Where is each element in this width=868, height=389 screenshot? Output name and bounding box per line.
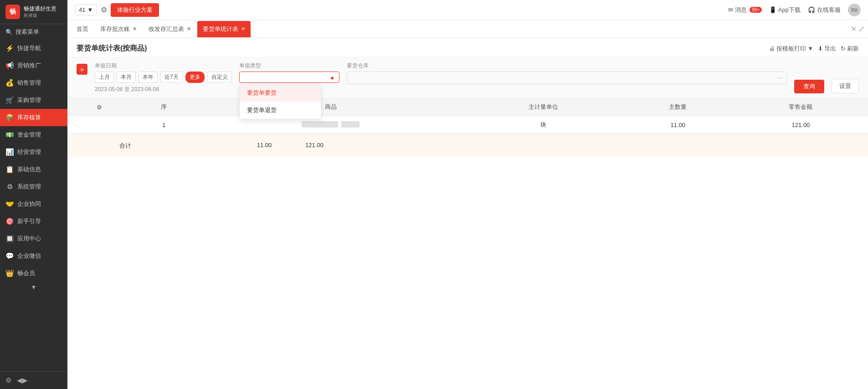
sidebar-item-enterprise[interactable]: 🤝企业协同 (0, 195, 67, 213)
nav-label-enterprise: 企业协同 (17, 200, 41, 208)
avatar[interactable]: Rit (848, 4, 861, 16)
trial-button[interactable]: 体验行业方案 (111, 3, 159, 17)
logo-text: 畅捷通好生意 (24, 5, 56, 13)
sidebar-item-finance[interactable]: 💵资金管理 (0, 126, 67, 143)
app-download-btn[interactable]: 📱 App下载 (769, 6, 801, 14)
sidebar-item-quick-nav[interactable]: ⚡快捷导航 (0, 40, 67, 57)
warehouse-more[interactable]: ··· (777, 74, 783, 82)
nav-label-guide: 新手引导 (17, 217, 41, 225)
row-unit-0: 块 (465, 116, 622, 134)
export-btn[interactable]: ⬇ 导出 (818, 45, 836, 53)
close-all-tabs[interactable]: ✕ ⤢ (851, 25, 864, 33)
btn-more[interactable]: 更多 (185, 72, 205, 83)
main-area: 41 ▼ ⚙ 体验行业方案 ✉ 消息 99+ 📱 App下载 🎧 在线客服 Ri… (67, 0, 868, 389)
query-btn[interactable]: 查询 (794, 80, 824, 93)
footer-label: 合计 (114, 140, 196, 152)
logo-subtext: 标准版 (24, 12, 56, 19)
warehouse-input[interactable]: ··· (347, 72, 787, 84)
filter-type-group: 单据类型 ▲ 要货单要货要货单退货 (239, 62, 339, 83)
sidebar-item-system[interactable]: ⚙系统管理 (0, 178, 67, 195)
topbar-right: ✉ 消息 99+ 📱 App下载 🎧 在线客服 Rit (728, 4, 861, 16)
service-label: 在线客服 (817, 6, 841, 14)
sidebar-logo: 畅 畅捷通好生意 标准版 (0, 0, 67, 24)
sidebar: 畅 畅捷通好生意 标准版 🔍 搜索菜单 ⚡快捷导航📢营销推广💰销售管理🛒采购管理… (0, 0, 67, 389)
tab-label-home: 首页 (77, 25, 88, 33)
tab-label-batch: 库存批次账 (100, 25, 130, 33)
tab-home[interactable]: 首页 (71, 21, 94, 37)
nav-label-operations: 经营管理 (17, 148, 41, 156)
filter-warehouse-group: 要货仓库 ··· (347, 62, 787, 84)
sidebar-item-guide[interactable]: 🎯新手引导 (0, 213, 67, 230)
col-header-num: 序 (131, 98, 197, 116)
btn-prev-month[interactable]: 上月 (95, 72, 114, 83)
btn-this-month[interactable]: 本月 (117, 72, 136, 83)
settings-icon[interactable]: ⚙ (5, 376, 11, 384)
print-dropdown-icon: ▼ (807, 45, 813, 52)
type-select[interactable]: ▲ (239, 72, 339, 83)
sidebar-item-wechat[interactable]: 💬企业微信 (0, 247, 67, 265)
footer-spacer-unit (196, 140, 241, 152)
sidebar-item-member[interactable]: 👑畅会员 (0, 265, 67, 282)
service-icon: 🎧 (808, 6, 815, 13)
refresh-btn[interactable]: ↻ 刷新 (841, 45, 859, 53)
tab-close-batch[interactable]: ✕ (133, 26, 137, 32)
filter-date-range: 2023-05-06 至 2023-06-06 (95, 86, 232, 93)
message-icon: ✉ (728, 6, 733, 13)
dropdown-option-requisition-return[interactable]: 要货单退货 (240, 102, 321, 119)
topbar-left: 41 ▼ ⚙ 体验行业方案 (75, 3, 723, 17)
nav-icon-system: ⚙ (5, 183, 14, 191)
tab-summary[interactable]: 收发存汇总表✕ (143, 21, 196, 37)
company-selector[interactable]: 41 ▼ (75, 4, 97, 15)
search-menu[interactable]: 🔍 搜索菜单 (0, 24, 67, 40)
page-header: 要货单统计表(按商品) 🖨 按模板打印 ▼ ⬇ 导出 ↻ 刷新 (67, 38, 868, 57)
page-actions: 🖨 按模板打印 ▼ ⬇ 导出 ↻ 刷新 (769, 45, 859, 53)
sidebar-bottom: ⚙ ◀▶ (0, 371, 67, 389)
sidebar-item-purchase[interactable]: 🛒采购管理 (0, 92, 67, 109)
btn-this-year[interactable]: 本年 (139, 72, 158, 83)
data-table: ⚙序商品主计量单位主数量零售金额 1 块 11.00 121.00 (67, 98, 868, 134)
nav-label-inventory: 库存核算 (17, 113, 41, 122)
btn-last7[interactable]: 近7天 (160, 72, 183, 83)
warehouse-filter-label: 要货仓库 (347, 62, 787, 70)
settings-btn[interactable]: 设置 (832, 79, 859, 93)
sidebar-scroll-down[interactable]: ▼ (0, 282, 67, 292)
print-btn[interactable]: 🖨 按模板打印 ▼ (769, 45, 813, 53)
expand-icon: ⤢ (858, 25, 864, 33)
sidebar-item-marketing[interactable]: 📢营销推广 (0, 57, 67, 74)
sidebar-item-basic[interactable]: 📋基础信息 (0, 161, 67, 178)
sidebar-item-sales[interactable]: 💰销售管理 (0, 74, 67, 92)
messages-btn[interactable]: ✉ 消息 99+ (728, 6, 762, 14)
tab-close-requisition[interactable]: ✕ (241, 26, 245, 32)
col-header-amount: 零售金额 (734, 98, 868, 116)
sidebar-item-inventory[interactable]: 📦库存核算 (0, 109, 67, 126)
nav-icon-enterprise: 🤝 (5, 200, 14, 208)
online-service-btn[interactable]: 🎧 在线客服 (808, 6, 841, 14)
tab-batch[interactable]: 库存批次账✕ (95, 21, 142, 37)
btn-custom[interactable]: 自定义 (207, 72, 232, 83)
col-header-product: 商品 (196, 98, 465, 116)
tab-requisition[interactable]: 要货单统计表✕ (197, 21, 251, 37)
refresh-label: 刷新 (847, 45, 859, 53)
type-filter-label: 单据类型 (239, 62, 339, 70)
filter-bar: » 单据日期 上月 本月 本年 近7天 更多 自定义 2023-05-06 至 … (67, 57, 868, 98)
tab-close-summary[interactable]: ✕ (187, 26, 191, 32)
collapse-icon[interactable]: ◀▶ (17, 376, 28, 384)
sidebar-item-operations[interactable]: 📊经营管理 (0, 143, 67, 161)
nav-icon-marketing: 📢 (5, 61, 14, 70)
dropdown-option-requisition-order[interactable]: 要货单要货 (240, 84, 321, 102)
table-container: ⚙序商品主计量单位主数量零售金额 1 块 11.00 121.00 (67, 98, 868, 134)
nav-icon-purchase: 🛒 (5, 96, 14, 104)
sidebar-item-apps[interactable]: 🔲应用中心 (0, 230, 67, 247)
row-product-0 (196, 116, 465, 134)
footer-spacer-num (91, 140, 114, 152)
nav-icon-member: 👑 (5, 269, 14, 277)
col-header-unit: 主计量单位 (465, 98, 622, 116)
nav-label-member: 畅会员 (17, 269, 35, 277)
export-label: 导出 (824, 45, 836, 53)
topbar-settings-icon[interactable]: ⚙ (101, 5, 107, 14)
nav-icon-guide: 🎯 (5, 217, 14, 225)
nav-icon-sales: 💰 (5, 79, 14, 87)
filter-expand-btn[interactable]: » (77, 64, 87, 75)
dropdown-icon: ▼ (87, 6, 93, 13)
type-select-arrow: ▲ (329, 74, 335, 81)
